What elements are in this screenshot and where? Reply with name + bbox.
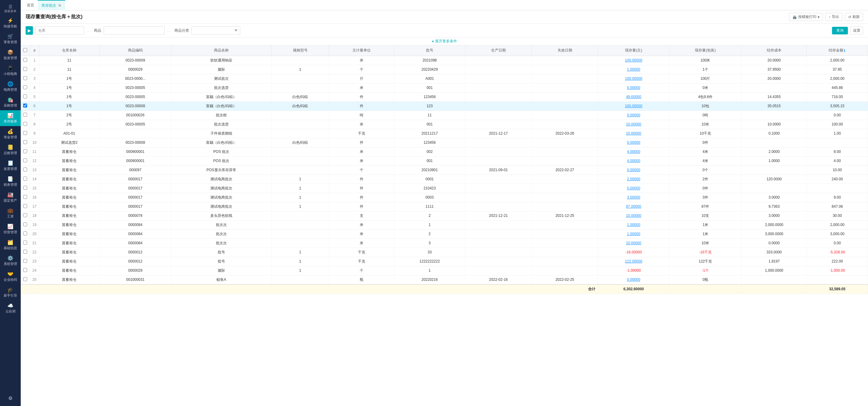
row-checkbox[interactable] xyxy=(23,94,27,98)
row-checkbox-cell[interactable] xyxy=(21,56,30,65)
row-qty-main[interactable]: 100.00000 xyxy=(598,56,669,65)
sidebar-item-system[interactable]: ⚙️ 系统管理 xyxy=(0,253,21,269)
row-qty-main[interactable]: 0.00000 xyxy=(598,83,669,92)
row-checkbox[interactable] xyxy=(23,222,27,226)
row-checkbox-cell[interactable] xyxy=(21,248,30,257)
col-checkbox[interactable] xyxy=(21,45,30,56)
row-qty-main[interactable]: 10.00000 xyxy=(598,129,669,138)
query-button[interactable]: 查询 xyxy=(832,27,848,34)
row-checkbox-cell[interactable] xyxy=(21,101,30,110)
row-qty-main[interactable]: 10.00000 xyxy=(598,238,669,248)
row-checkbox[interactable] xyxy=(23,195,27,199)
row-checkbox-cell[interactable] xyxy=(21,238,30,248)
row-qty-main[interactable]: 10.00000 xyxy=(598,211,669,220)
row-checkbox-cell[interactable] xyxy=(21,165,30,174)
goods-input[interactable] xyxy=(104,26,165,35)
row-checkbox-cell[interactable] xyxy=(21,120,30,129)
row-qty-main[interactable]: 122.00000 xyxy=(598,257,669,266)
row-checkbox[interactable] xyxy=(23,158,27,162)
row-checkbox-cell[interactable] xyxy=(21,65,30,74)
refresh-button[interactable]: ↺ 刷新 xyxy=(845,13,863,21)
row-checkbox-cell[interactable] xyxy=(21,138,30,147)
row-qty-main[interactable]: 10.00000 xyxy=(598,120,669,129)
row-qty-main[interactable]: 0.00000 xyxy=(598,110,669,120)
category-select[interactable] xyxy=(191,26,240,35)
sidebar-item-retail[interactable]: 🛒 零售管理 xyxy=(0,31,21,47)
row-qty-main[interactable]: 3.00000 xyxy=(598,193,669,202)
row-checkbox-cell[interactable] xyxy=(21,211,30,220)
sidebar-item-assets[interactable]: 💰 资金管理 xyxy=(0,126,21,142)
row-qty-main[interactable]: 2.00000 xyxy=(598,174,669,184)
row-checkbox[interactable] xyxy=(23,122,27,126)
row-checkbox[interactable] xyxy=(23,104,27,107)
row-qty-main[interactable]: 100.00000 xyxy=(598,101,669,110)
sidebar-item-cloud[interactable]: ☁️ 云应用 xyxy=(0,300,21,316)
row-checkbox-cell[interactable] xyxy=(21,129,30,138)
row-checkbox-cell[interactable] xyxy=(21,92,30,101)
row-qty-main[interactable]: -1.00000 xyxy=(598,266,669,275)
row-checkbox[interactable] xyxy=(23,177,27,181)
row-checkbox-cell[interactable] xyxy=(21,156,30,165)
sidebar-search[interactable]: ☰ 搜索菜单 xyxy=(0,2,21,15)
col-exp-date[interactable]: 失效日期 xyxy=(532,45,598,56)
row-checkbox[interactable] xyxy=(23,85,27,89)
col-warehouse[interactable]: 仓库名称 xyxy=(39,45,99,56)
row-checkbox[interactable] xyxy=(23,232,27,235)
row-checkbox[interactable] xyxy=(23,259,27,263)
sidebar-item-ecommerce[interactable]: 🌐 电商管理 xyxy=(0,78,21,94)
row-checkbox[interactable] xyxy=(23,76,27,80)
row-qty-main[interactable]: 0.00000 xyxy=(598,138,669,147)
sidebar-item-minishop[interactable]: 📱 小程电商 xyxy=(0,63,21,78)
sidebar-item-wholesale[interactable]: 📦 批发管理 xyxy=(0,47,21,63)
sidebar-item-tax[interactable]: 📑 税务管理 xyxy=(0,174,21,190)
row-checkbox[interactable] xyxy=(23,131,27,135)
row-qty-main[interactable]: 1.00000 xyxy=(598,65,669,74)
row-qty-main[interactable]: -16.00000 xyxy=(598,248,669,257)
col-qty-pkg[interactable]: 现存量(包装) xyxy=(669,45,742,56)
row-qty-main[interactable]: 87.00000 xyxy=(598,202,669,211)
row-qty-main[interactable]: 49.60000 xyxy=(598,92,669,101)
row-checkbox-cell[interactable] xyxy=(21,184,30,193)
sidebar-item-purchase[interactable]: 🛍️ 采购管理 xyxy=(0,94,21,110)
row-checkbox-cell[interactable] xyxy=(21,202,30,211)
warehouse-input[interactable] xyxy=(35,26,84,35)
row-checkbox-cell[interactable] xyxy=(21,174,30,184)
export-button[interactable]: ↑ 导出 xyxy=(825,13,842,21)
sidebar-item-ops[interactable]: 📈 经营管理 xyxy=(0,221,21,237)
tab-home[interactable]: 首页 xyxy=(23,0,38,10)
row-checkbox-cell[interactable] xyxy=(21,74,30,83)
row-qty-main[interactable]: 0.00000 xyxy=(598,275,669,284)
sidebar-item-quicknav[interactable]: ⚡ 快捷导航 xyxy=(0,15,21,31)
col-cost[interactable]: 结存成本 xyxy=(742,45,807,56)
col-prod-date[interactable]: 生产日期 xyxy=(465,45,532,56)
row-checkbox-cell[interactable] xyxy=(21,257,30,266)
col-amount[interactable]: 结存金额 ℹ xyxy=(807,45,868,56)
row-checkbox-cell[interactable] xyxy=(21,147,30,156)
row-checkbox-cell[interactable] xyxy=(21,83,30,92)
col-spec[interactable]: 规格型号 xyxy=(271,45,329,56)
sidebar-item-collab[interactable]: 🤝 企业协同 xyxy=(0,269,21,284)
print-button[interactable]: 🖨️ 按模板打印 ▾ xyxy=(789,13,823,21)
row-qty-main[interactable]: 4.00000 xyxy=(598,147,669,156)
row-qty-main[interactable]: 1.00000 xyxy=(598,220,669,229)
filter-expand-arrow[interactable]: ▶ xyxy=(26,26,33,35)
row-checkbox-cell[interactable] xyxy=(21,110,30,120)
sidebar-item-inventory[interactable]: 📊 库存核算 xyxy=(0,110,21,126)
row-checkbox[interactable] xyxy=(23,277,27,281)
col-batch[interactable]: 批号 xyxy=(394,45,465,56)
setting-button[interactable]: 设置 xyxy=(850,27,863,35)
tab-close-button[interactable]: ✕ xyxy=(58,3,62,8)
row-checkbox[interactable] xyxy=(23,250,27,254)
sidebar-item-newbie[interactable]: 🎓 新手引导 xyxy=(0,284,21,300)
amount-info-icon[interactable]: ℹ xyxy=(844,48,845,53)
row-checkbox-cell[interactable] xyxy=(21,275,30,284)
row-checkbox[interactable] xyxy=(23,241,27,244)
select-all-checkbox[interactable] xyxy=(23,48,27,52)
expand-more-button[interactable]: ▾ 展开更多条件 xyxy=(432,39,457,44)
row-checkbox[interactable] xyxy=(23,58,27,62)
row-checkbox[interactable] xyxy=(23,213,27,217)
settings-icon[interactable]: ⚙ xyxy=(0,393,21,404)
row-checkbox[interactable] xyxy=(23,186,27,190)
col-unit[interactable]: 主计量单位 xyxy=(329,45,394,56)
col-qty-main[interactable]: 现存量(主) xyxy=(598,45,669,56)
